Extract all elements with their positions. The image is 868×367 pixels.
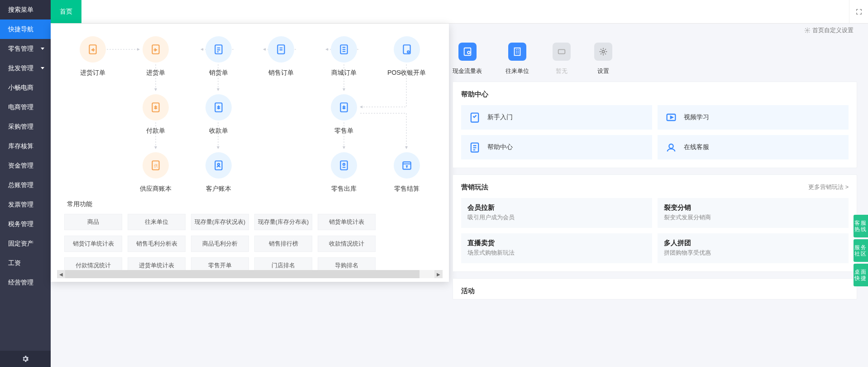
- sidebar-item-search[interactable]: 搜索菜单: [0, 0, 51, 19]
- help-title: 帮助中心: [461, 90, 849, 99]
- common-functions: 商品 往来单位 现存量(库存状况表) 现存量(库存分布表) 销货单统计表 销货订…: [62, 214, 438, 274]
- chip-gross-profit[interactable]: 销售毛利分析表: [128, 236, 186, 252]
- tool-row: 现金流量表 往来单位 暂无 设置: [453, 43, 857, 75]
- svg-point-32: [602, 50, 605, 53]
- sidebar-item-wholesale[interactable]: 批发管理: [0, 58, 51, 78]
- flow-sales-bill[interactable]: 销货单: [187, 36, 250, 82]
- promo-member[interactable]: 会员拉新吸引用户成为会员: [461, 198, 652, 228]
- tool-empty: 暂无: [553, 43, 571, 75]
- sidebar-item-invoice[interactable]: 发票管理: [0, 195, 51, 214]
- sidebar-item-ledger[interactable]: 总账管理: [0, 175, 51, 195]
- float-community[interactable]: 服务社区: [854, 239, 868, 262]
- flow-customer-book[interactable]: 客户账本: [187, 152, 250, 198]
- doc-icon: [275, 43, 287, 55]
- tool-partners[interactable]: 往来单位: [506, 43, 529, 75]
- sidebar-item-management[interactable]: 经营管理: [0, 273, 51, 292]
- sidebar-settings[interactable]: [0, 351, 51, 367]
- sidebar: 搜索菜单 快捷导航 零售管理 批发管理 小畅电商 电商管理 采购管理 库存核算 …: [0, 0, 51, 367]
- promo-live[interactable]: 直播卖货场景式购物新玩法: [461, 233, 652, 263]
- video-icon: [665, 111, 677, 124]
- flow-receipt[interactable]: 收款单: [187, 94, 250, 140]
- chip-sales-rank[interactable]: 销售排行榜: [254, 236, 312, 252]
- sidebar-item-quicknav[interactable]: 快捷导航: [0, 19, 51, 39]
- tool-cashflow[interactable]: 现金流量表: [453, 43, 482, 75]
- promo-more-link[interactable]: 更多营销玩法 >: [808, 184, 849, 191]
- sidebar-item-retail[interactable]: 零售管理: [0, 39, 51, 58]
- placeholder-icon: [557, 47, 567, 57]
- activity-title: 活动: [461, 287, 849, 295]
- svg-point-27: [806, 29, 808, 31]
- gear-icon: [598, 47, 608, 57]
- svg-rect-33: [471, 113, 478, 122]
- float-desktop[interactable]: 桌面快捷: [854, 264, 868, 286]
- fullscreen-button[interactable]: [849, 0, 868, 23]
- topbar: 首页: [51, 0, 868, 24]
- help-newbie[interactable]: 新手入门: [461, 105, 652, 130]
- list-icon: [338, 43, 350, 55]
- doc-icon: [468, 141, 481, 154]
- chip-partners[interactable]: 往来单位: [128, 214, 186, 230]
- sidebar-item-inventory[interactable]: 库存核算: [0, 136, 51, 156]
- help-service[interactable]: 在线客服: [658, 135, 849, 159]
- flow-purchase-bill[interactable]: 进货单: [124, 36, 187, 82]
- gear-icon: [804, 27, 811, 34]
- help-center[interactable]: 帮助中心: [461, 135, 652, 159]
- supplier-icon: 供: [150, 159, 162, 171]
- svg-point-25: [343, 164, 345, 165]
- tab-home[interactable]: 首页: [51, 0, 81, 23]
- flow-grid: 进货订单 进货单 销货单 销售订单 商城订单 POS收银开单 付款单 收款单 零…: [62, 36, 438, 198]
- sidebar-item-tax[interactable]: 税务管理: [0, 214, 51, 234]
- sidebar-item-funds[interactable]: 资金管理: [0, 156, 51, 175]
- sidebar-item-salary[interactable]: 工资: [0, 253, 51, 273]
- float-hotline[interactable]: 客服热线: [854, 215, 868, 237]
- yen-icon: [150, 101, 162, 113]
- svg-rect-30: [515, 48, 520, 56]
- chip-sales-stat[interactable]: 销货单统计表: [318, 214, 376, 230]
- chip-salesorder-stat[interactable]: 销货订单统计表: [64, 236, 122, 252]
- sidebar-item-ecommerce[interactable]: 电商管理: [0, 97, 51, 117]
- out-icon: [338, 159, 350, 171]
- home-customize-link[interactable]: 首页自定义设置: [804, 26, 854, 34]
- sidebar-item-purchase[interactable]: 采购管理: [0, 117, 51, 136]
- list-check-icon: [213, 43, 224, 55]
- flow-supplier-book[interactable]: 供供应商账本: [124, 152, 187, 198]
- flow-retail-bill[interactable]: 零售单: [313, 94, 376, 140]
- flow-purchase-order[interactable]: 进货订单: [62, 36, 124, 82]
- chip-product[interactable]: 商品: [64, 214, 122, 230]
- scroll-right-icon[interactable]: ▶: [434, 270, 443, 278]
- headset-icon: [665, 141, 677, 154]
- right-area: 首页自定义设置 现金流量表 往来单位 暂无 设置 帮助中心 新手入门 视频学习 …: [453, 24, 863, 367]
- yen-icon: [338, 101, 350, 113]
- svg-text:供: 供: [153, 164, 157, 168]
- receipt-icon: [401, 43, 413, 55]
- chip-stock-dist[interactable]: 现存量(库存分布表): [254, 214, 312, 230]
- chip-stock-status[interactable]: 现存量(库存状况表): [191, 214, 249, 230]
- sidebar-item-assets[interactable]: 固定资产: [0, 234, 51, 253]
- doc-in-icon: [87, 43, 99, 55]
- scroll-left-icon[interactable]: ◀: [57, 270, 65, 278]
- sidebar-item-xiaochang[interactable]: 小畅电商: [0, 78, 51, 97]
- svg-point-16: [407, 51, 409, 53]
- flow-retail-settle[interactable]: 零售结算: [375, 152, 438, 198]
- flow-payment[interactable]: 付款单: [124, 94, 187, 140]
- flyout-scrollbar[interactable]: ◀ ▶: [57, 270, 443, 278]
- tool-settings[interactable]: 设置: [594, 43, 612, 75]
- activity-card: 活动: [453, 278, 857, 299]
- flow-retail-out[interactable]: 零售出库: [313, 152, 376, 198]
- flow-pos-open[interactable]: POS收银开单: [375, 36, 438, 82]
- report-icon: [463, 47, 472, 57]
- promo-fission[interactable]: 裂变分销裂变式发展分销商: [658, 198, 849, 228]
- float-stack: 客服热线 服务社区 桌面快捷: [854, 215, 868, 288]
- svg-point-29: [467, 51, 470, 54]
- customer-icon: [213, 159, 224, 171]
- flow-sales-order[interactable]: 销售订单: [250, 36, 313, 82]
- help-card: 帮助中心 新手入门 视频学习 帮助中心 在线客服: [453, 82, 857, 168]
- chip-receipt-stat[interactable]: 收款情况统计: [318, 236, 376, 252]
- flow-mall-order[interactable]: 商城订单: [313, 36, 376, 82]
- building-icon: [512, 47, 522, 57]
- help-video[interactable]: 视频学习: [658, 105, 849, 130]
- fullscreen-icon: [855, 8, 863, 15]
- promo-group[interactable]: 多人拼团拼团购物享受优惠: [658, 233, 849, 263]
- chip-product-profit[interactable]: 商品毛利分析: [191, 236, 249, 252]
- yen-icon: [213, 101, 224, 113]
